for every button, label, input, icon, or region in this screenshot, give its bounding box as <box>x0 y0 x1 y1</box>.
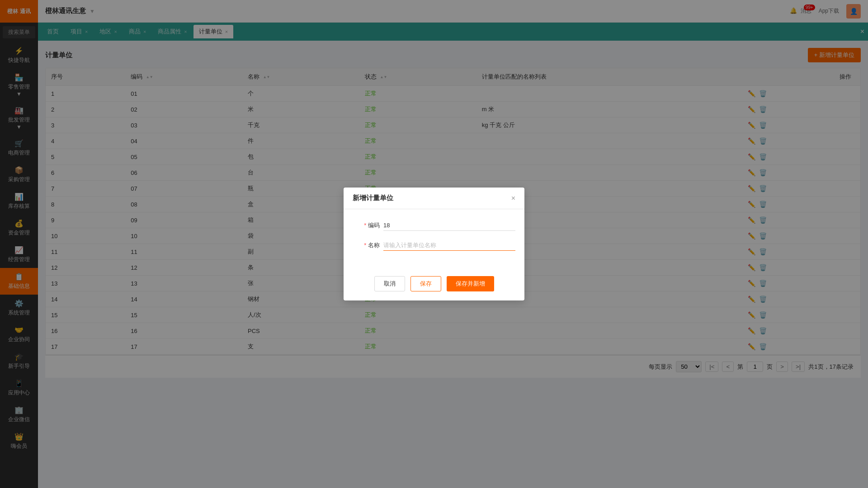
form-row-name: 名称 <box>353 240 515 251</box>
modal-overlay: 新增计量单位 × 编码 名称 取消 保存 保存并新增 <box>0 0 868 488</box>
dialog-close-button[interactable]: × <box>511 194 515 202</box>
cancel-button[interactable]: 取消 <box>374 276 405 291</box>
dialog-footer: 取消 保存 保存并新增 <box>344 271 524 300</box>
name-input[interactable] <box>383 240 515 251</box>
form-row-code: 编码 <box>353 220 515 231</box>
code-input[interactable] <box>383 220 515 231</box>
add-measure-unit-dialog: 新增计量单位 × 编码 名称 取消 保存 保存并新增 <box>344 188 524 300</box>
save-and-new-button[interactable]: 保存并新增 <box>447 276 494 291</box>
name-label: 名称 <box>353 241 380 249</box>
code-label: 编码 <box>353 221 380 230</box>
save-button[interactable]: 保存 <box>410 276 441 291</box>
dialog-header: 新增计量单位 × <box>344 188 524 209</box>
dialog-title: 新增计量单位 <box>353 194 393 202</box>
dialog-body: 编码 名称 <box>344 209 524 271</box>
